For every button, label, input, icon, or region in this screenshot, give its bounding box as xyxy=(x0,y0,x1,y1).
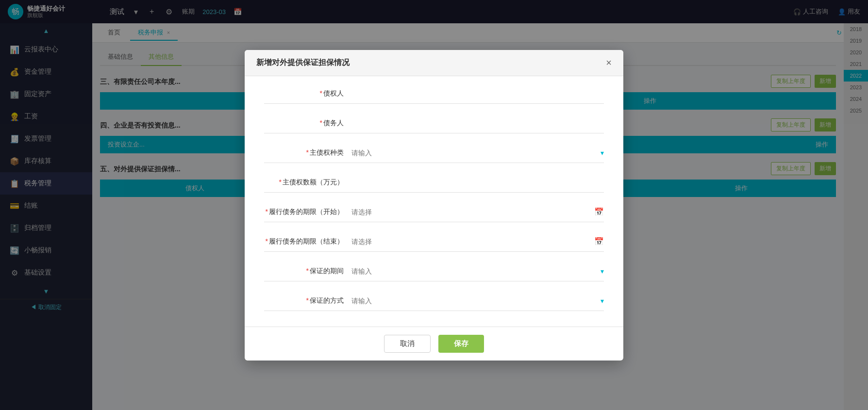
perform-start-input[interactable] xyxy=(351,206,590,218)
field-debtor: *债务人 xyxy=(264,117,604,133)
claim-type-input[interactable] xyxy=(351,147,597,159)
perform-start-wrapper: 📅 xyxy=(351,206,604,218)
modal-body: *债权人 *债务人 *主债权种类 ▾ xyxy=(245,76,623,233)
modal-overlay: 新增对外提供保证担保情况 × *债权人 *债务人 * xyxy=(0,0,868,233)
field-perform-start: *履行债务的期限（开始） 📅 xyxy=(264,206,604,222)
debtor-label: *债务人 xyxy=(264,119,351,128)
field-claim-type: *主债权种类 ▾ xyxy=(264,147,604,163)
claim-type-chevron-icon[interactable]: ▾ xyxy=(601,149,604,157)
claim-type-wrapper: ▾ xyxy=(351,147,604,159)
modal-header: 新增对外提供保证担保情况 × xyxy=(245,50,623,76)
claim-amount-required: * xyxy=(279,178,282,186)
perform-start-required: * xyxy=(266,208,268,215)
modal-dialog: 新增对外提供保证担保情况 × *债权人 *债务人 * xyxy=(245,50,623,233)
perform-start-label: *履行债务的期限（开始） xyxy=(264,208,351,216)
creditor-label: *债权人 xyxy=(264,89,351,98)
claim-amount-input[interactable] xyxy=(351,177,604,188)
claim-type-required: * xyxy=(306,148,309,156)
claim-type-label: *主债权种类 xyxy=(264,148,351,157)
debtor-input[interactable] xyxy=(351,117,604,129)
claim-amount-label: *主债权数额（万元） xyxy=(264,178,351,187)
modal-title: 新增对外提供保证担保情况 xyxy=(256,58,350,68)
modal-close-btn[interactable]: × xyxy=(606,58,612,67)
debtor-required: * xyxy=(320,119,322,127)
field-claim-amount: *主债权数额（万元） xyxy=(264,177,604,193)
creditor-input[interactable] xyxy=(351,88,604,99)
creditor-required: * xyxy=(320,89,322,97)
field-creditor: *债权人 xyxy=(264,88,604,104)
perform-start-calendar-icon[interactable]: 📅 xyxy=(594,207,604,216)
